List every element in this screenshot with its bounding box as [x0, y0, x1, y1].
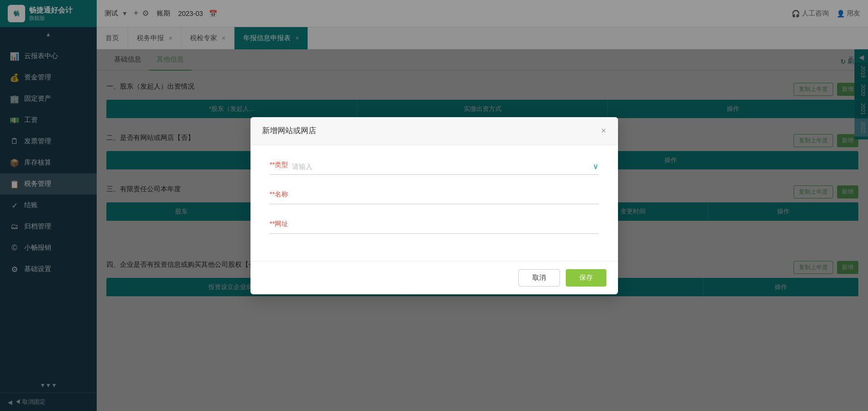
- modal-close-button[interactable]: ×: [601, 126, 606, 136]
- name-label: **名称: [270, 190, 289, 199]
- form-input-wrap-type: **类型 ∨: [270, 159, 599, 175]
- cancel-button[interactable]: 取消: [518, 269, 560, 287]
- modal-header: 新增网站或网店 ×: [250, 117, 618, 145]
- modal-overlay: 新增网站或网店 × **类型 ∨ **名称: [0, 0, 868, 411]
- name-input[interactable]: [292, 188, 598, 204]
- form-row-name: **名称: [270, 188, 599, 204]
- url-input[interactable]: [292, 218, 598, 233]
- url-label: **网址: [270, 220, 289, 228]
- type-dropdown-icon[interactable]: ∨: [593, 162, 599, 171]
- modal-footer: 取消 保存: [250, 261, 618, 294]
- form-row-url: **网址: [270, 218, 599, 234]
- form-row-type: **类型 ∨: [270, 159, 599, 175]
- modal-title: 新增网站或网店: [262, 126, 316, 136]
- type-label: **类型: [270, 161, 289, 169]
- modal-body: **类型 ∨ **名称 **网址: [250, 145, 618, 261]
- form-input-wrap-url: **网址: [270, 218, 599, 234]
- add-website-modal: 新增网站或网店 × **类型 ∨ **名称: [250, 117, 618, 294]
- type-input[interactable]: [292, 159, 598, 174]
- save-button[interactable]: 保存: [566, 269, 606, 287]
- form-input-wrap-name: **名称: [270, 188, 599, 204]
